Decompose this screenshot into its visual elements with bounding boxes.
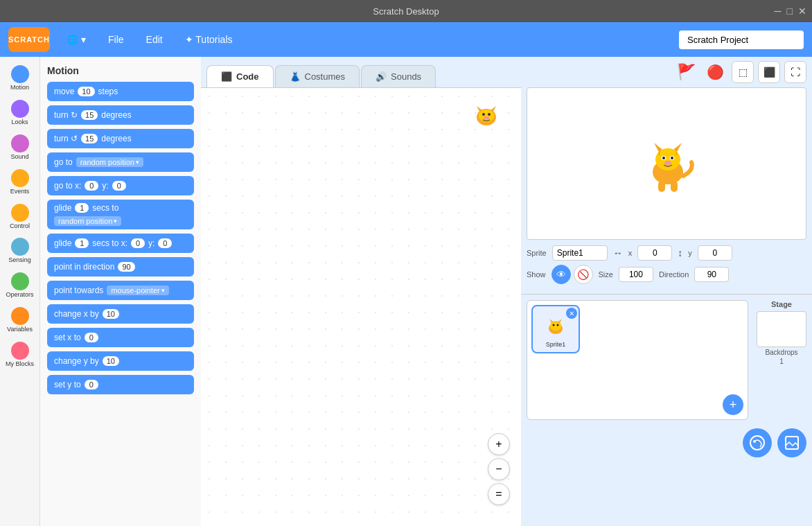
minimize-button[interactable]: ─ <box>775 6 782 17</box>
sprite-scroll-area: ✕ Sprite1 + <box>527 300 748 420</box>
sidebar-item-variables[interactable]: Variables <box>2 304 38 336</box>
sidebar-item-sound[interactable]: Sound <box>2 132 38 164</box>
block-point-dir[interactable]: point in direction 90 <box>47 257 194 277</box>
tab-code[interactable]: ⬛ Code <box>206 65 274 87</box>
stage-header: 🚩 🔴 ⬚ ⬛ ⛶ <box>521 57 812 87</box>
green-flag-button[interactable]: 🚩 <box>673 60 698 85</box>
svg-point-24 <box>750 436 764 450</box>
block-set-x[interactable]: set x to 0 <box>47 328 194 347</box>
block-set-y[interactable]: set y to 0 <box>47 375 194 394</box>
tutorials-menu[interactable]: ✦ Tutorials <box>179 31 238 48</box>
block-goto[interactable]: go to random position <box>47 152 194 172</box>
svg-rect-26 <box>786 437 798 449</box>
stop-button[interactable]: 🔴 <box>703 60 727 85</box>
file-menu[interactable]: File <box>103 31 130 48</box>
svg-point-23 <box>557 324 559 326</box>
tabs-bar: ⬛ Code 👗 Costumes 🔊 Sounds <box>201 57 521 87</box>
sprite-y-input[interactable] <box>698 245 732 261</box>
size-input[interactable] <box>619 267 653 282</box>
block-point-towards[interactable]: point towards mouse-pointer <box>47 281 194 300</box>
close-button[interactable]: ✕ <box>798 6 806 17</box>
edit-menu[interactable]: Edit <box>141 31 168 48</box>
backdrop-icon <box>784 435 800 451</box>
block-glide2[interactable]: glide 1 secs to x: 0 y: 0 <box>47 234 194 253</box>
sprite-delete-button[interactable]: ✕ <box>566 308 577 319</box>
sidebar-item-control[interactable]: Control <box>2 201 38 233</box>
sprite-info-row1: Sprite ↔ x ↕ y <box>527 245 806 261</box>
show-icons: 👁 🚫 <box>551 265 593 284</box>
sprite-x-label: x <box>628 249 633 257</box>
blocks-area: Motion Looks Sound Events Control Sensin… <box>0 57 201 526</box>
sidebar-item-looks[interactable]: Looks <box>2 97 38 129</box>
svg-rect-16 <box>658 181 665 192</box>
sidebar-label-operators: Operators <box>6 292 33 299</box>
globe-icon: 🌐 <box>67 34 78 45</box>
stage-panel-label: Stage <box>771 300 792 308</box>
sounds-tab-icon: 🔊 <box>376 71 387 82</box>
sounds-tab-label: Sounds <box>391 71 421 82</box>
block-change-x[interactable]: change x by 10 <box>47 304 194 324</box>
block-glide1[interactable]: glide 1 secs to random position <box>47 200 194 229</box>
backdrop-thumbnail <box>757 311 806 347</box>
sprite-name-input[interactable] <box>552 245 608 261</box>
sprite-item[interactable]: ✕ Sprite1 <box>531 305 580 353</box>
zoom-controls: + − = <box>488 433 510 505</box>
costumes-tab-icon: 👗 <box>290 71 301 82</box>
svg-point-14 <box>671 157 673 159</box>
block-change-y[interactable]: change y by 10 <box>47 351 194 371</box>
maximize-button[interactable]: □ <box>787 6 793 17</box>
svg-point-1 <box>479 109 494 122</box>
unmaximize-button[interactable]: ⬚ <box>732 61 754 83</box>
svg-point-13 <box>662 157 665 159</box>
sidebar-item-operators[interactable]: Operators <box>2 270 38 301</box>
backdrops-label: Backdrops <box>765 349 797 356</box>
sprite-name-label: Sprite <box>527 249 547 257</box>
blocks-section-title: Motion <box>47 65 194 76</box>
code-canvas[interactable]: + − = <box>201 88 521 526</box>
sidebar-item-sensing[interactable]: Sensing <box>2 235 38 267</box>
fullscreen-button[interactable]: ⛶ <box>784 61 806 83</box>
window-controls[interactable]: ─ □ ✕ <box>775 6 806 17</box>
direction-input[interactable] <box>694 267 729 282</box>
add-from-library-button[interactable] <box>743 428 772 457</box>
sprite-x-input[interactable] <box>637 245 672 261</box>
looks-icon <box>11 100 29 118</box>
block-gotoxy[interactable]: go to x: 0 y: 0 <box>47 176 194 195</box>
stage-embed-button[interactable]: ⬛ <box>758 61 780 83</box>
add-backdrop-button[interactable] <box>777 428 806 457</box>
zoom-reset-button[interactable]: = <box>488 483 510 505</box>
arrow-icon: ↔ <box>613 247 623 258</box>
tabs-area: ⬛ Code 👗 Costumes 🔊 Sounds <box>201 57 521 526</box>
zoom-out-button[interactable]: − <box>488 458 510 480</box>
tab-sounds[interactable]: 🔊 Sounds <box>361 65 436 87</box>
sidebar-label-events: Events <box>10 189 30 195</box>
show-visible-button[interactable]: 👁 <box>551 265 571 284</box>
zoom-in-button[interactable]: + <box>488 433 510 455</box>
category-sidebar: Motion Looks Sound Events Control Sensin… <box>0 57 40 526</box>
sidebar-item-motion[interactable]: Motion <box>2 62 38 94</box>
svg-point-22 <box>553 324 555 326</box>
sidebar-item-events[interactable]: Events <box>2 166 38 198</box>
show-label: Show <box>527 270 546 279</box>
block-move[interactable]: move 10 steps <box>47 82 194 101</box>
block-turn-cw[interactable]: turn ↻ 15 degrees <box>47 105 194 125</box>
svg-marker-20 <box>549 319 554 323</box>
code-tab-label: Code <box>236 71 259 82</box>
project-name-input[interactable] <box>679 30 804 49</box>
updown-icon: ↕ <box>678 247 682 258</box>
canvas-sprite-thumbnail <box>473 102 500 132</box>
menu-bar: SCRATCH 🌐 ▾ File Edit ✦ Tutorials <box>0 22 812 57</box>
code-tab-icon: ⬛ <box>221 71 232 82</box>
language-selector[interactable]: 🌐 ▾ <box>61 31 91 48</box>
blocks-list: Motion move 10 steps turn ↻ 15 degrees t… <box>40 57 201 526</box>
block-turn-ccw[interactable]: turn ↺ 15 degrees <box>47 129 194 148</box>
svg-marker-10 <box>673 143 682 151</box>
scratch-logo: SCRATCH <box>8 27 50 52</box>
motion-icon <box>11 65 29 83</box>
show-hidden-button[interactable]: 🚫 <box>574 265 593 284</box>
tab-costumes[interactable]: 👗 Costumes <box>275 65 360 87</box>
backdrop-panel: Stage Backdrops 1 <box>751 295 812 426</box>
library-icon <box>749 435 766 451</box>
add-sprite-button[interactable]: + <box>723 394 743 415</box>
sidebar-item-myblocks[interactable]: My Blocks <box>2 339 38 371</box>
